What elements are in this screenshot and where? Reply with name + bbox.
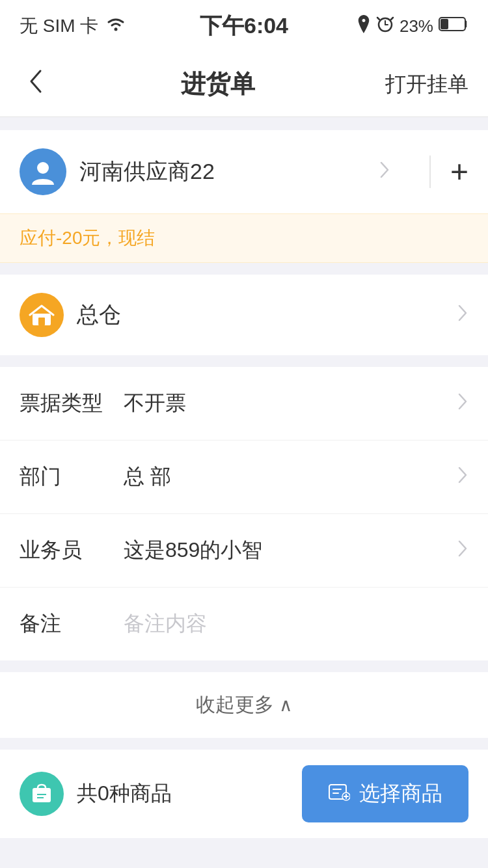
page-title: 进货单	[181, 68, 255, 101]
section-gap-1	[0, 117, 488, 130]
invoice-type-chevron-icon	[457, 390, 468, 417]
collapse-label: 收起更多	[196, 692, 274, 718]
status-bar: 无 SIM 卡 下午6:04 23%	[0, 0, 488, 52]
status-left: 无 SIM 卡	[20, 14, 127, 38]
collapse-icon: ∧	[279, 694, 293, 716]
wifi-icon	[105, 16, 127, 37]
open-pending-button[interactable]: 打开挂单	[385, 70, 468, 99]
svg-rect-5	[441, 19, 448, 29]
collapse-row[interactable]: 收起更多 ∧	[0, 672, 488, 738]
department-row[interactable]: 部门 总 部	[0, 441, 488, 514]
supplier-chevron-icon	[379, 158, 390, 185]
product-icon	[20, 772, 64, 816]
product-count: 共0种商品	[77, 780, 289, 808]
warehouse-row[interactable]: 总仓	[0, 275, 488, 355]
remark-placeholder: 备注内容	[111, 610, 468, 638]
svg-point-6	[37, 162, 49, 174]
select-product-label: 选择商品	[359, 780, 442, 808]
svg-rect-8	[38, 318, 45, 325]
notice-banner: 应付-20元，现结	[0, 213, 488, 263]
supplier-row[interactable]: 河南供应商22 +	[0, 130, 488, 213]
battery-icon	[439, 16, 468, 36]
department-label: 部门	[20, 463, 111, 491]
battery-label: 23%	[400, 16, 433, 36]
select-product-button[interactable]: 选择商品	[302, 765, 468, 822]
status-right: 23%	[357, 15, 468, 38]
section-gap-2	[0, 263, 488, 275]
carrier-label: 无 SIM 卡	[20, 14, 98, 38]
remark-label: 备注	[20, 610, 111, 638]
svg-point-0	[115, 27, 118, 31]
remark-row[interactable]: 备注 备注内容	[0, 588, 488, 660]
warehouse-name: 总仓	[77, 300, 457, 330]
salesperson-value: 这是859的小智	[111, 536, 457, 565]
supplier-name: 河南供应商22	[79, 157, 379, 187]
warehouse-chevron-icon	[457, 301, 468, 329]
select-product-icon	[328, 782, 350, 806]
alarm-icon	[376, 15, 394, 38]
invoice-type-label: 票据类型	[20, 389, 111, 418]
supplier-divider	[429, 156, 431, 188]
form-section: 票据类型 不开票 部门 总 部 业务员 这是859的小智 备注 备注内容	[0, 367, 488, 660]
nav-bar: 进货单 打开挂单	[0, 52, 488, 117]
back-button[interactable]	[20, 61, 51, 108]
notice-text: 应付-20元，现结	[20, 228, 155, 248]
salesperson-label: 业务员	[20, 536, 111, 565]
invoice-type-row[interactable]: 票据类型 不开票	[0, 367, 488, 441]
location-icon	[357, 15, 371, 38]
add-supplier-button[interactable]: +	[450, 156, 468, 187]
status-time: 下午6:04	[200, 11, 288, 41]
bottom-bar: 共0种商品 选择商品	[0, 750, 488, 838]
salesperson-chevron-icon	[457, 537, 468, 564]
content-area	[0, 838, 488, 868]
department-chevron-icon	[457, 463, 468, 491]
supplier-avatar	[20, 148, 66, 195]
department-value: 总 部	[111, 463, 457, 491]
warehouse-icon	[20, 293, 64, 337]
invoice-type-value: 不开票	[111, 389, 457, 418]
salesperson-row[interactable]: 业务员 这是859的小智	[0, 514, 488, 588]
